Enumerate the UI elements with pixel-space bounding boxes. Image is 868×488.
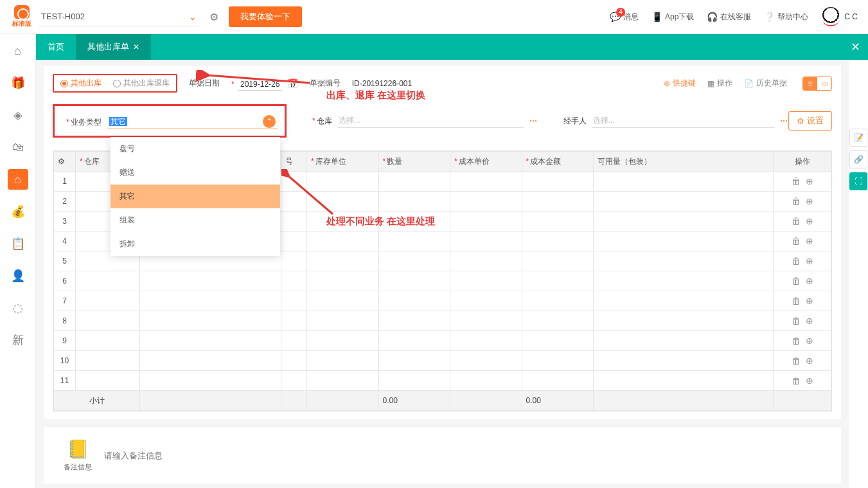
headset-icon: 🎧 [707, 12, 718, 22]
chevron-down-icon: ⌄ [189, 12, 197, 22]
help-icon: ❔ [764, 12, 775, 22]
tenant-select[interactable]: TEST-H002 ⌄ [39, 7, 199, 26]
app-label: App下载 [665, 12, 694, 23]
messages-label: 消息 [623, 12, 639, 23]
logo-tag: 标准版 [12, 19, 31, 28]
user-name: C C [844, 12, 858, 21]
service-link[interactable]: 🎧 在线客服 [707, 12, 751, 23]
messages-badge: 4 [616, 8, 625, 17]
phone-icon: 📱 [651, 12, 662, 22]
logo: 标准版 [10, 5, 33, 28]
logo-icon [14, 5, 30, 19]
app-download-link[interactable]: 📱 App下载 [651, 12, 694, 23]
top-bar: 标准版 TEST-H002 ⌄ ⚙ 我要体验一下 💬 消息 4 📱 App下载 … [0, 0, 868, 34]
service-label: 在线客服 [720, 12, 751, 23]
help-label: 帮助中心 [777, 12, 808, 23]
gear-icon[interactable]: ⚙ [209, 11, 218, 23]
messages-link[interactable]: 💬 消息 4 [610, 12, 639, 23]
avatar[interactable] [821, 7, 840, 26]
help-link[interactable]: ❔ 帮助中心 [764, 12, 808, 23]
try-button[interactable]: 我要体验一下 [229, 6, 302, 27]
tenant-value: TEST-H002 [41, 12, 85, 21]
